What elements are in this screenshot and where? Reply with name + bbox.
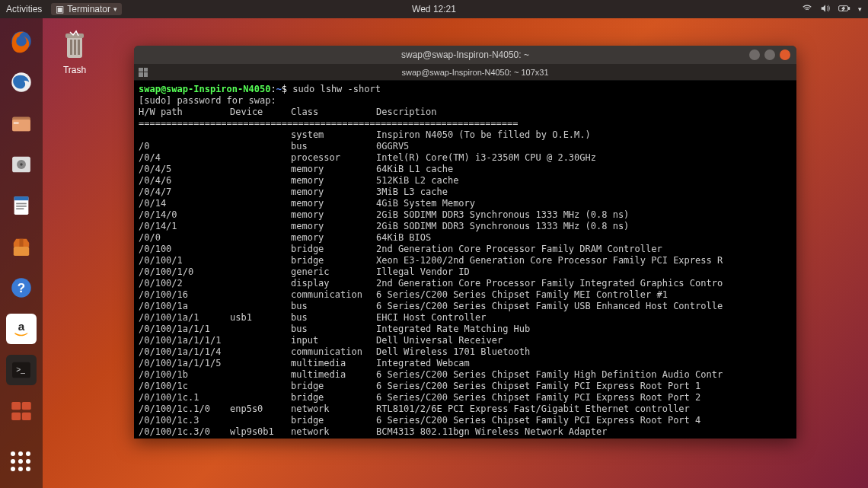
lshw-row: /0/100bridge2nd Generation Core Processo… bbox=[139, 244, 792, 255]
lshw-row: /0/100/1c.3/0wlp9s0b1networkBCM4313 802.… bbox=[139, 426, 792, 438]
volume-icon[interactable] bbox=[820, 3, 831, 16]
dock-help[interactable]: ? bbox=[6, 273, 37, 303]
terminal-tabbar: swap@swap-Inspiron-N4050: ~ 107x31 bbox=[134, 64, 796, 81]
desktop-trash-label: Trash bbox=[59, 65, 90, 75]
svg-rect-15 bbox=[16, 208, 24, 209]
gnome-topbar: Activities ▣ Terminator ▾ Wed 12:21 ▾ bbox=[0, 0, 868, 18]
svg-rect-30 bbox=[74, 40, 76, 55]
lshw-row: /0/100/1a/1/1/1inputDell Universal Recei… bbox=[139, 335, 792, 346]
separator-line: ========================================… bbox=[139, 118, 792, 129]
lshw-row: /0/100/1a/1/1busIntegrated Rate Matching… bbox=[139, 324, 792, 335]
dock-software[interactable] bbox=[6, 231, 37, 262]
lshw-row: /0/4/6memory512KiB L2 cache bbox=[139, 175, 792, 187]
app-menu[interactable]: ▣ Terminator ▾ bbox=[51, 3, 122, 15]
lshw-row: /0/100/1c.3bridge6 Series/C200 Series Ch… bbox=[139, 415, 792, 426]
lshw-row: /0/100/1c.1bridge6 Series/C200 Series Ch… bbox=[139, 392, 792, 403]
svg-rect-12 bbox=[14, 196, 29, 200]
svg-rect-31 bbox=[78, 40, 80, 55]
svg-text:a: a bbox=[18, 320, 25, 333]
sudo-password-line: [sudo] password for swap: bbox=[139, 95, 792, 107]
terminal-prompt-line: swap@swap-Inspiron-N4050:~$ sudo lshw -s… bbox=[139, 84, 792, 95]
window-title: swap@swap-Inspiron-N4050: ~ bbox=[401, 49, 529, 60]
lshw-row: /0/100/1cbridge6 Series/C200 Series Chip… bbox=[139, 381, 792, 392]
svg-rect-25 bbox=[11, 413, 21, 420]
svg-rect-28 bbox=[65, 33, 84, 38]
lshw-row: /0/14/0memory2GiB SODIMM DDR3 Synchronou… bbox=[139, 209, 792, 221]
lshw-row: /0/100/16communication6 Series/C200 Seri… bbox=[139, 289, 792, 301]
lshw-row: /0/0memory64KiB BIOS bbox=[139, 232, 792, 244]
battery-icon[interactable] bbox=[838, 3, 850, 16]
svg-point-3 bbox=[16, 36, 27, 46]
lshw-row: /0/100/1c.1/0enp5s0networkRTL8101/2/6E P… bbox=[139, 403, 792, 415]
caret-down-icon: ▾ bbox=[113, 5, 117, 13]
lshw-row: /0/100/2display2nd Generation Core Proce… bbox=[139, 278, 792, 289]
lshw-row: /0/14/1memory2GiB SODIMM DDR3 Synchronou… bbox=[139, 221, 792, 232]
lshw-row: /0/100/1/0genericIllegal Vendor ID bbox=[139, 266, 792, 278]
window-close-button[interactable] bbox=[780, 49, 790, 60]
lshw-row: /0/100/1a/1/1/5multimediaIntegrated Webc… bbox=[139, 358, 792, 369]
lshw-row: /0/4/7memory3MiB L3 cache bbox=[139, 187, 792, 198]
app-menu-label: Terminator bbox=[67, 4, 110, 14]
svg-rect-6 bbox=[12, 120, 30, 131]
dock-amazon[interactable]: a bbox=[6, 314, 37, 344]
terminal-window: swap@swap-Inspiron-N4050: ~ swap@swap-In… bbox=[134, 46, 796, 439]
lshw-row: /0/4/5memory64KiB L1 cache bbox=[139, 164, 792, 175]
svg-rect-1 bbox=[848, 7, 849, 9]
lshw-row: /0/100/1bridgeXeon E3-1200/2nd Generatio… bbox=[139, 255, 792, 266]
lshw-row: /0/100/1a/1usb1busEHCI Host Controller bbox=[139, 312, 792, 324]
svg-text:>_: >_ bbox=[16, 365, 25, 374]
dock-files[interactable] bbox=[6, 108, 37, 139]
dock-rhythmbox[interactable] bbox=[6, 149, 37, 180]
svg-rect-13 bbox=[16, 203, 27, 205]
lshw-header-row: H/W pathDeviceClassDescription bbox=[139, 107, 792, 118]
dock-screenshot[interactable] bbox=[6, 396, 37, 426]
svg-rect-16 bbox=[14, 247, 29, 256]
dock: ? a >_ bbox=[0, 18, 43, 488]
svg-rect-17 bbox=[19, 239, 23, 247]
clock[interactable]: Wed 12:21 bbox=[412, 4, 456, 14]
window-minimize-button[interactable] bbox=[749, 49, 760, 60]
dock-terminal[interactable]: >_ bbox=[6, 355, 37, 385]
dock-writer[interactable] bbox=[6, 190, 37, 221]
window-titlebar[interactable]: swap@swap-Inspiron-N4050: ~ bbox=[134, 46, 796, 64]
svg-rect-7 bbox=[14, 122, 19, 124]
window-controls bbox=[749, 49, 790, 60]
svg-rect-24 bbox=[22, 402, 31, 410]
lshw-row: systemInspiron N4050 (To be filled by O.… bbox=[139, 129, 792, 141]
dock-thunderbird[interactable] bbox=[6, 67, 37, 97]
system-menu-caret-icon[interactable]: ▾ bbox=[858, 5, 862, 13]
activities-button[interactable]: Activities bbox=[6, 4, 42, 14]
svg-point-10 bbox=[20, 163, 22, 165]
lshw-row: /0/100/1a/1/1/4communicationDell Wireles… bbox=[139, 346, 792, 358]
lshw-row: /0/4processorIntel(R) Core(TM) i3-2350M … bbox=[139, 152, 792, 164]
svg-rect-14 bbox=[16, 206, 27, 207]
terminal-content[interactable]: swap@swap-Inspiron-N4050:~$ sudo lshw -s… bbox=[134, 81, 796, 439]
svg-rect-26 bbox=[22, 413, 31, 420]
wifi-icon[interactable] bbox=[802, 3, 812, 16]
dock-firefox[interactable] bbox=[6, 26, 37, 56]
svg-rect-29 bbox=[70, 40, 72, 55]
lshw-row: /0/100/1abus6 Series/C200 Series Chipset… bbox=[139, 301, 792, 312]
svg-text:?: ? bbox=[18, 281, 25, 295]
terminal-tab-label[interactable]: swap@swap-Inspiron-N4050: ~ 107x31 bbox=[154, 68, 796, 77]
terminal-icon: ▣ bbox=[56, 4, 64, 14]
desktop-trash[interactable]: Trash bbox=[59, 29, 90, 75]
lshw-row: /0bus0GGRV5 bbox=[139, 141, 792, 152]
lshw-row: /0/14memory4GiB System Memory bbox=[139, 198, 792, 209]
terminator-layout-icon[interactable] bbox=[139, 68, 148, 77]
svg-rect-23 bbox=[11, 402, 21, 410]
lshw-row: /0/100/1bmultimedia6 Series/C200 Series … bbox=[139, 369, 792, 381]
window-maximize-button[interactable] bbox=[764, 49, 775, 60]
trash-icon bbox=[59, 29, 90, 62]
show-applications-button[interactable] bbox=[11, 451, 32, 473]
